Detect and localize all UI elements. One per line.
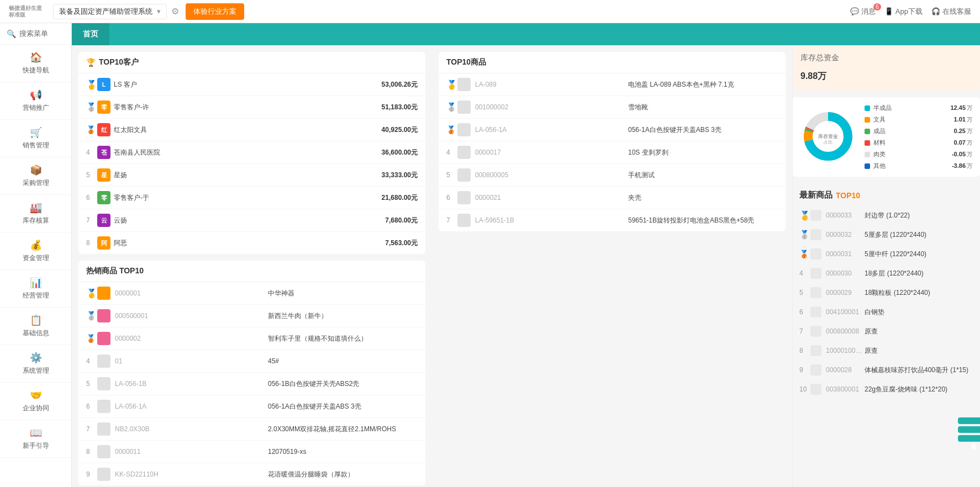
legend-value: -3.86万 [952, 162, 972, 170]
rank-num: 7 [86, 425, 97, 433]
product-name: 原查 [865, 346, 973, 356]
product-code: 0000032 [826, 231, 865, 239]
sidebar-item-finance[interactable]: 💰 资金管理 [0, 232, 71, 270]
rank-num: 4 [86, 149, 97, 156]
rank-num: 7 [446, 216, 457, 224]
sidebar-item-guide[interactable]: 📖 新手引导 [0, 420, 71, 458]
medal-silver: 🥈 [86, 311, 97, 321]
product-name: 59651-1B旋转投影灯电池盒ABS黑色+58壳 [628, 216, 778, 225]
sidebar-item-label-2: 销售管理 [23, 141, 49, 150]
sidebar-item-label-0: 快捷导航 [23, 66, 49, 75]
customer-value: 53,006.26元 [382, 80, 418, 89]
customer-value: 33,333.00元 [382, 171, 418, 180]
product-icon-sm [810, 326, 821, 337]
product-thumb [97, 354, 110, 368]
search-icon: 🔍 [7, 29, 16, 38]
app-download[interactable]: 📱 App下载 [884, 7, 923, 17]
rank-num: 7 [86, 216, 97, 224]
legend-dot [865, 105, 870, 111]
sidebar-item-base[interactable]: 📋 基础信息 [0, 308, 71, 345]
product-name: 056-1B白色按键开关壳ABS2壳 [268, 379, 418, 389]
rank-num: 5 [86, 380, 97, 388]
sidebar-item-inventory[interactable]: 🏭 库存核算 [0, 195, 71, 232]
rank-num: 9 [86, 470, 97, 478]
newest-product-row: 4 0000030 18多层 (1220*2440) [799, 264, 973, 283]
legend-value: 12.45万 [950, 104, 972, 112]
live-btn[interactable]: 直播 [958, 435, 980, 442]
medal-silver: 🥈 [799, 230, 810, 240]
rank-num: 4 [446, 149, 457, 156]
service-community-btn[interactable]: 服务社区 [958, 426, 980, 433]
customer-value: 21,680.00元 [382, 193, 418, 203]
medal-gold: 🥇 [446, 80, 457, 90]
rank-num: 8 [86, 239, 97, 247]
product-code: 0000021 [475, 194, 625, 202]
sidebar-item-purchase[interactable]: 📦 采购管理 [0, 157, 71, 195]
online-service[interactable]: 🎧 在线客服 [931, 7, 971, 17]
rank-num: 8 [86, 448, 97, 456]
sidebar: 🔍 搜索菜单 🏠 快捷导航 📢 营销推广 🛒 销售管理 📦 采购管理 🏭 库存核… [0, 23, 72, 487]
gear-icon[interactable]: ⚙ [171, 6, 179, 17]
product-code: 000800008 [826, 327, 865, 335]
message-icon: 💬 [850, 7, 859, 15]
sidebar-item-quicknav[interactable]: 🏠 快捷导航 [0, 45, 71, 82]
legend-label: 半成品 [873, 104, 892, 112]
customers-list: 🥇 L LS 客户 53,006.26元 🥈 零 零售客户-许 51,183.0… [78, 73, 425, 254]
rank-num: 6 [86, 194, 97, 202]
product-thumb [97, 332, 110, 345]
sidebar-item-enterprise[interactable]: 🤝 企业协同 [0, 383, 71, 420]
system-selector[interactable]: 装备及固定资产辅助管理系统 ▾ [53, 4, 167, 19]
product-name: 12070519-xs [268, 448, 418, 456]
customer-hotline-btn[interactable]: 客服热线 [958, 417, 980, 424]
system-icon: ⚙️ [30, 352, 42, 364]
legend-label: 材料 [873, 139, 886, 147]
avatar: 星 [97, 168, 110, 182]
product-name: 22g鱼豆腐-烧烤味 (1*12*20) [865, 385, 973, 394]
sidebar-item-sales[interactable]: 🛒 销售管理 [0, 120, 71, 157]
customer-row: 7 云 云扬 7,680.00元 [78, 209, 425, 232]
product-code: 000800005 [475, 171, 625, 179]
hot-product-row: 🥉 0000002 智利车子里（规格不知道填什么） [78, 327, 425, 350]
tab-home[interactable]: 首页 [72, 23, 109, 45]
main-layout: 🔍 搜索菜单 🏠 快捷导航 📢 营销推广 🛒 销售管理 📦 采购管理 🏭 库存核… [0, 23, 980, 487]
customer-value: 36,600.00元 [382, 148, 418, 157]
svg-text:库存资金: 库存资金 [818, 134, 838, 139]
avatar: 云 [97, 214, 110, 227]
product-thumb [97, 468, 110, 481]
nav-tab: 首页 [72, 23, 980, 45]
newest-product-row: 🥈 0000032 5厘多层 (1220*2440) [799, 225, 973, 245]
trial-button[interactable]: 体验行业方案 [186, 3, 244, 20]
marketing-icon: 📢 [30, 89, 42, 101]
legend-label: 成品 [873, 127, 886, 135]
message-badge[interactable]: 💬 消息 6 [850, 7, 876, 17]
sidebar-item-marketing[interactable]: 📢 营销推广 [0, 82, 71, 120]
customers-header: 🏆 TOP10客户 [78, 52, 425, 73]
product-name: 智利车子里（规格不知道填什么） [268, 334, 418, 343]
customer-name: 云扬 [114, 216, 385, 225]
inventory-icon: 🏭 [30, 202, 42, 214]
product-thumb [457, 168, 471, 182]
newest-top-label: TOP10 [836, 191, 860, 200]
legend-value: 1.01万 [954, 116, 972, 124]
product-code: LA-59651-1B [475, 216, 625, 224]
legend-value: 0.07万 [954, 139, 972, 147]
medal-gold: 🥇 [86, 80, 97, 90]
sidebar-item-label-9: 企业协同 [23, 404, 49, 413]
customers-col: 🏆 TOP10客户 🥇 L LS 客户 53,006.26元 🥈 零 零售客户-… [72, 45, 432, 487]
legend-dot [865, 152, 870, 157]
search-menu[interactable]: 🔍 搜索菜单 [0, 23, 71, 45]
search-menu-label: 搜索菜单 [19, 29, 48, 39]
sidebar-item-operations[interactable]: 📊 经营管理 [0, 270, 71, 308]
avatar: 阿 [97, 236, 110, 250]
home-icon: 🏠 [30, 51, 42, 63]
avatar: 零 [97, 191, 110, 204]
products-header: TOP10商品 [439, 52, 786, 73]
legend-item: 材料 0.07万 [865, 139, 972, 147]
avatar: 零 [97, 100, 110, 114]
customer-name: 零售客户-许 [114, 103, 382, 112]
inventory-number: 9.88 [800, 71, 818, 81]
sidebar-item-system[interactable]: ⚙️ 系统管理 [0, 345, 71, 383]
medal-bronze: 🥉 [799, 250, 810, 258]
rank-num: 8 [799, 347, 810, 354]
product-code: NB2.0X30B [115, 425, 265, 433]
